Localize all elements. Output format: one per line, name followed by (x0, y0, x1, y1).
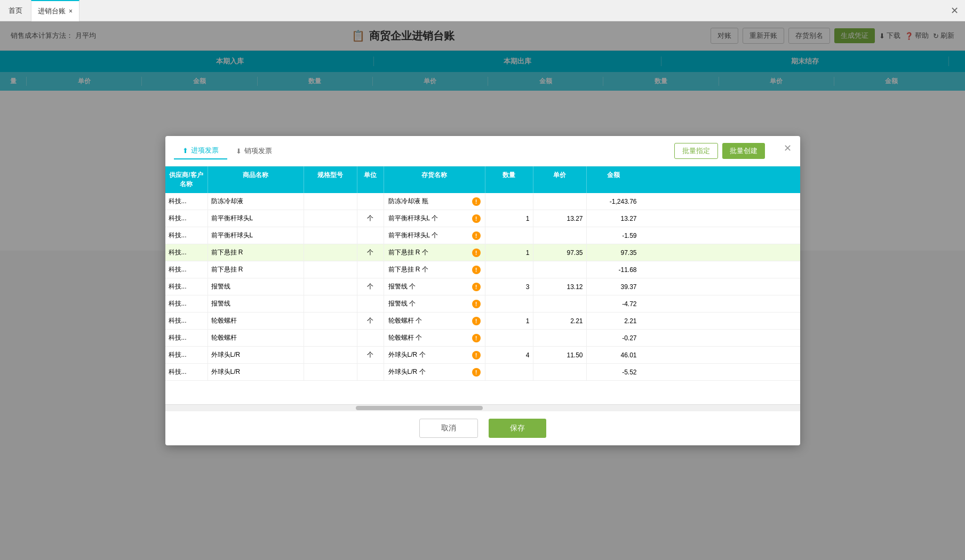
warning-icon: ! (472, 266, 481, 274)
warning-icon: ! (472, 249, 481, 257)
cell-unit (357, 364, 384, 380)
cell-unit (357, 295, 384, 312)
stock-name-text: 报警线 个 (388, 282, 416, 291)
stock-name-text: 前平衡杆球头L 个 (388, 231, 438, 240)
cell-amount: -1,243.76 (587, 193, 640, 210)
table-row[interactable]: 科技... 外球头L/R 个 外球头L/R 个 ! 4 11.50 46.01 (165, 347, 800, 364)
cell-product-name: 外球头L/R (208, 347, 304, 363)
batch-assign-button[interactable]: 批量指定 (674, 143, 718, 159)
table-row[interactable]: 科技... 外球头L/R 外球头L/R 个 ! -5.52 (165, 364, 800, 381)
cell-amount: 39.37 (587, 278, 640, 295)
cell-spec (304, 193, 357, 210)
cell-stock-name: 前平衡杆球头L 个 ! (384, 210, 485, 227)
scrollbar-thumb[interactable] (356, 406, 483, 410)
cell-qty (485, 295, 533, 312)
window-close-button[interactable]: ✕ (944, 0, 965, 21)
th-price: 单价 (533, 166, 587, 193)
cell-qty (485, 193, 533, 210)
cell-amount: -5.52 (587, 364, 640, 380)
th-stock-name: 存货名称 (384, 166, 485, 193)
modal-footer: 取消 保存 (165, 411, 800, 445)
modal-rows-container: 科技... 防冻冷却液 防冻冷却液 瓶 ! -1,243.76 科技... 前平… (165, 193, 800, 381)
table-row[interactable]: 科技... 前平衡杆球头L 前平衡杆球头L 个 ! -1.59 (165, 227, 800, 244)
cell-qty: 1 (485, 244, 533, 261)
modal-table: 供应商/客户名称 商品名称 规格型号 单位 存货名称 数量 单价 金额 科技..… (165, 166, 800, 404)
cell-spec (304, 330, 357, 346)
cell-spec (304, 244, 357, 261)
cell-company: 科技... (165, 364, 208, 380)
cell-qty: 1 (485, 210, 533, 227)
cell-unit: 个 (357, 278, 384, 295)
outbound-tab-icon: ⬇ (236, 147, 242, 155)
cell-unit: 个 (357, 210, 384, 227)
table-row[interactable]: 科技... 前下悬挂 R 个 前下悬挂 R 个 ! 1 97.35 97.35 (165, 244, 800, 261)
cell-stock-name: 报警线 个 ! (384, 278, 485, 295)
table-row[interactable]: 科技... 防冻冷却液 防冻冷却液 瓶 ! -1,243.76 (165, 193, 800, 210)
warning-icon: ! (472, 334, 481, 342)
warning-icon: ! (472, 300, 481, 308)
cell-amount: -11.68 (587, 261, 640, 278)
modal-overlay: ⬆ 进项发票 ⬇ 销项发票 批量指定 批量创建 ✕ 供应商/客户名称 商品 (0, 21, 965, 560)
cell-unit: 个 (357, 313, 384, 329)
th-spec: 规格型号 (304, 166, 357, 193)
cell-stock-name: 防冻冷却液 瓶 ! (384, 193, 485, 210)
stock-name-text: 报警线 个 (388, 299, 416, 308)
cell-company: 科技... (165, 227, 208, 244)
cell-product-name: 防冻冷却液 (208, 193, 304, 210)
cell-company: 科技... (165, 313, 208, 329)
horizontal-scrollbar[interactable] (165, 404, 800, 411)
cell-company: 科技... (165, 244, 208, 261)
table-row[interactable]: 科技... 前平衡杆球头L 个 前平衡杆球头L 个 ! 1 13.27 13.2… (165, 210, 800, 227)
batch-create-button[interactable]: 批量创建 (722, 143, 765, 159)
tab-close-icon[interactable]: × (69, 7, 73, 15)
th-unit: 单位 (357, 166, 384, 193)
table-row[interactable]: 科技... 轮毂螺杆 轮毂螺杆 个 ! -0.27 (165, 330, 800, 347)
cell-qty: 1 (485, 313, 533, 329)
cell-unit (357, 330, 384, 346)
cell-company: 科技... (165, 330, 208, 346)
warning-icon: ! (472, 197, 481, 206)
save-button[interactable]: 保存 (489, 419, 546, 438)
cell-price (533, 295, 587, 312)
stock-name-text: 防冻冷却液 瓶 (388, 197, 428, 206)
cell-company: 科技... (165, 278, 208, 295)
cell-product-name: 报警线 (208, 295, 304, 312)
cell-amount: -1.59 (587, 227, 640, 244)
cell-stock-name: 前平衡杆球头L 个 ! (384, 227, 485, 244)
cell-stock-name: 前下悬挂 R 个 ! (384, 261, 485, 278)
cell-amount: 97.35 (587, 244, 640, 261)
cell-spec (304, 364, 357, 380)
cell-product-name: 报警线 (208, 278, 304, 295)
cell-price: 13.12 (533, 278, 587, 295)
stock-name-text: 外球头L/R 个 (388, 367, 426, 377)
stock-name-text: 外球头L/R 个 (388, 350, 426, 359)
table-row[interactable]: 科技... 报警线 报警线 个 ! -4.72 (165, 295, 800, 313)
cell-unit (357, 261, 384, 278)
cell-product-name: 前平衡杆球头L (208, 210, 304, 227)
table-row[interactable]: 科技... 前下悬挂 R 前下悬挂 R 个 ! -11.68 (165, 261, 800, 278)
tab-active[interactable]: 进销台账 × (31, 0, 79, 21)
tab-home[interactable]: 首页 (0, 0, 31, 21)
tab-outbound-invoice[interactable]: ⬇ 销项发票 (227, 143, 281, 159)
cell-company: 科技... (165, 295, 208, 312)
th-company: 供应商/客户名称 (165, 166, 208, 193)
modal-close-button[interactable]: ✕ (784, 142, 792, 154)
inbound-tab-label: 进项发票 (191, 146, 219, 155)
cell-company: 科技... (165, 210, 208, 227)
cell-amount: -0.27 (587, 330, 640, 346)
cell-price (533, 364, 587, 380)
cell-spec (304, 261, 357, 278)
warning-icon: ! (472, 317, 481, 325)
cell-spec (304, 347, 357, 363)
warning-icon: ! (472, 368, 481, 377)
cell-company: 科技... (165, 347, 208, 363)
th-amount: 金额 (587, 166, 640, 193)
cell-unit (357, 193, 384, 210)
table-row[interactable]: 科技... 轮毂螺杆 个 轮毂螺杆 个 ! 1 2.21 2.21 (165, 313, 800, 330)
tab-inbound-invoice[interactable]: ⬆ 进项发票 (174, 142, 227, 159)
inbound-tab-icon: ⬆ (182, 147, 188, 155)
table-row[interactable]: 科技... 报警线 个 报警线 个 ! 3 13.12 39.37 (165, 278, 800, 295)
cancel-button[interactable]: 取消 (419, 419, 478, 438)
cell-spec (304, 278, 357, 295)
cell-company: 科技... (165, 193, 208, 210)
